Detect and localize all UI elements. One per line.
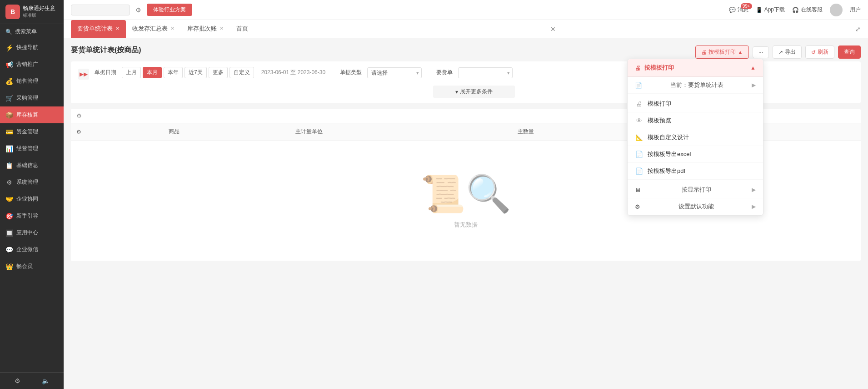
dropdown-item-template-design[interactable]: 📐模板自定义设计 (628, 129, 763, 146)
dropdown-item-template-print[interactable]: 🖨模板打印 (628, 96, 763, 112)
window-close-icon[interactable]: ✕ (550, 25, 556, 33)
sidebar-item-system[interactable]: ⚙系统管理 (0, 174, 64, 191)
tab-home[interactable]: 首页 (230, 20, 254, 38)
sidebar-item-basic[interactable]: 📋基础信息 (0, 157, 64, 174)
col-header-settings: ⚙ (71, 123, 163, 141)
topbar-right: 💬 消息 99+ 📱 App下载 🎧 在线客服 用户 (729, 4, 861, 16)
export-button[interactable]: ↗ 导出 (773, 45, 802, 59)
main-area: ⚙ 体验行业方案 💬 消息 99+ 📱 App下载 🎧 在线客服 用户 要货单统… (64, 0, 868, 389)
nav-label-sales: 销售管理 (16, 77, 38, 85)
online-service-btn[interactable]: 🎧 在线客服 (792, 6, 823, 14)
search-icon: 🔍 (5, 29, 12, 35)
sidebar-item-collab[interactable]: 🤝企业协同 (0, 191, 64, 207)
messages-badge: 99+ (741, 3, 752, 9)
dropdown-current-template[interactable]: 📄 当前：要货单统计表 ▶ (628, 77, 763, 94)
window-expand-icon[interactable]: ⤢ (855, 25, 861, 33)
sidebar-item-apps[interactable]: 🔲应用中心 (0, 224, 64, 241)
nav-icon-marketing: 📢 (5, 61, 13, 68)
nav-icon-quick-nav: ⚡ (5, 44, 13, 51)
nav-label-purchase: 采购管理 (16, 94, 38, 102)
sidebar-item-quick-nav[interactable]: ⚡快捷导航 (0, 39, 64, 56)
user-avatar[interactable] (830, 4, 843, 16)
date-btn-current[interactable]: 本月 (143, 67, 162, 78)
export-icon: ↗ (778, 49, 783, 56)
nav-label-inventory: 库存核算 (16, 111, 38, 119)
sound-icon[interactable]: 🔈 (42, 377, 50, 384)
sidebar-item-finance[interactable]: 💳资金管理 (0, 123, 64, 140)
content-area: 要货单统计表(按商品) 🖨 按模板打印 ▲ ··· ↗ 导出 ↺ 刷新 查询 ▶ (64, 38, 868, 389)
date-btn-year[interactable]: 本年 (164, 67, 183, 78)
print-dropdown-menu: 🖨 按模板打印 ▲ 📄 当前：要货单统计表 ▶ 🖨模板打印👁模板预览📐模板自定义… (627, 59, 763, 216)
display-print-item[interactable]: 🖥 按显示打印 ▶ (628, 182, 763, 198)
empty-illustration: 📜🔍 (420, 172, 511, 215)
topbar-gear-icon[interactable]: ⚙ (135, 6, 141, 14)
tab-label-home: 首页 (236, 25, 248, 33)
sidebar-item-wechat[interactable]: 💬企业微信 (0, 241, 64, 258)
refresh-button[interactable]: ↺ 刷新 (805, 45, 834, 59)
tab-inventory-batch[interactable]: 库存批次账✕ (181, 20, 230, 38)
messages-btn[interactable]: 💬 消息 99+ (729, 6, 748, 14)
nav-icon-member: 👑 (5, 263, 13, 270)
sidebar-item-member[interactable]: 👑畅会员 (0, 258, 64, 275)
settings-bottom-icon[interactable]: ⚙ (15, 377, 20, 384)
app-name: 畅康通好生意 (23, 5, 55, 12)
filter-expand-button[interactable]: ▶▶ (78, 69, 89, 80)
date-btn-7days[interactable]: 近7天 (185, 67, 207, 78)
tab-order-stats[interactable]: 要货单统计表✕ (71, 20, 126, 38)
goods-type-label: 要货单 (436, 69, 453, 76)
dropdown-item-label-template-preview: 模板预览 (648, 116, 671, 125)
expand-more-button[interactable]: ▾ 展开更多条件 (433, 86, 515, 98)
topbar: ⚙ 体验行业方案 💬 消息 99+ 📱 App下载 🎧 在线客服 用户 (64, 0, 868, 20)
query-button[interactable]: 查询 (838, 45, 861, 59)
tab-close-inventory-batch[interactable]: ✕ (219, 25, 224, 31)
user-name: 用户 (850, 6, 861, 14)
order-type-select[interactable]: 请选择 (367, 67, 422, 78)
date-range-display: 2023-06-01 至 2023-06-30 (261, 69, 325, 76)
nav-label-basic: 基础信息 (16, 162, 38, 169)
dropdown-close-chevron[interactable]: ▲ (750, 65, 756, 71)
tab-close-order-stats[interactable]: ✕ (115, 25, 120, 31)
more-options-button[interactable]: ··· (753, 46, 769, 58)
sidebar-item-operations[interactable]: 📊经营管理 (0, 140, 64, 157)
current-template-arrow: ▶ (752, 82, 756, 88)
app-version: 标准版 (23, 12, 55, 19)
date-buttons: 上月本月本年近7天更多自定义 (122, 67, 254, 78)
logo-icon: B (5, 5, 20, 19)
dropdown-item-template-excel[interactable]: 📄按模板导出excel (628, 146, 763, 163)
chevron-up-icon: ▲ (738, 49, 743, 56)
nav-label-guide: 新手引导 (16, 212, 38, 220)
dropdown-header[interactable]: 🖨 按模板打印 ▲ (628, 59, 763, 77)
dropdown-item-label-template-excel: 按模板导出excel (648, 150, 691, 158)
dropdown-item-icon-template-pdf: 📄 (635, 167, 643, 175)
trial-button[interactable]: 体验行业方案 (147, 4, 192, 16)
topbar-search-input[interactable] (71, 5, 130, 15)
dropdown-item-label-template-pdf: 按模板导出pdf (648, 167, 685, 175)
sidebar-item-purchase[interactable]: 🛒采购管理 (0, 90, 64, 106)
col-settings-icon[interactable]: ⚙ (76, 129, 81, 135)
tabs-bar: 要货单统计表✕收发存汇总表✕库存批次账✕首页 ✕ ⤢ (64, 20, 868, 38)
dropdown-item-template-preview[interactable]: 👁模板预览 (628, 112, 763, 129)
dropdown-item-template-pdf[interactable]: 📄按模板导出pdf (628, 163, 763, 180)
goods-select[interactable] (458, 67, 513, 78)
sidebar-item-sales[interactable]: 💰销售管理 (0, 73, 64, 90)
column-settings-icon[interactable]: ⚙ (76, 112, 82, 119)
col-header-goods: 商品 (163, 123, 290, 141)
search-menu[interactable]: 🔍 搜索菜单 (0, 24, 64, 39)
tab-close-payment-summary[interactable]: ✕ (170, 25, 175, 31)
sidebar: B 畅康通好生意 标准版 🔍 搜索菜单 ⚡快捷导航📢营销推广💰销售管理🛒采购管理… (0, 0, 64, 389)
app-download-btn[interactable]: 📱 App下载 (756, 6, 785, 14)
tab-payment-summary[interactable]: 收发存汇总表✕ (126, 20, 181, 38)
dropdown-title: 按模板打印 (644, 64, 674, 72)
sidebar-item-inventory[interactable]: 📦库存核算 (0, 106, 64, 123)
current-template-icon: 📄 (635, 82, 642, 89)
default-func-item[interactable]: ⚙ 设置默认功能 ▶ (628, 198, 763, 215)
sidebar-item-guide[interactable]: 🎯新手引导 (0, 207, 64, 224)
sidebar-item-marketing[interactable]: 📢营销推广 (0, 56, 64, 73)
nav-icon-purchase: 🛒 (5, 95, 13, 102)
date-btn-custom[interactable]: 自定义 (229, 67, 254, 78)
sidebar-bottom: ⚙ 🔈 (0, 372, 64, 389)
print-template-button[interactable]: 🖨 按模板打印 ▲ (695, 45, 749, 59)
date-btn-prev[interactable]: 上月 (122, 67, 141, 78)
bell-icon: 💬 (729, 7, 736, 13)
date-btn-more[interactable]: 更多 (209, 67, 228, 78)
